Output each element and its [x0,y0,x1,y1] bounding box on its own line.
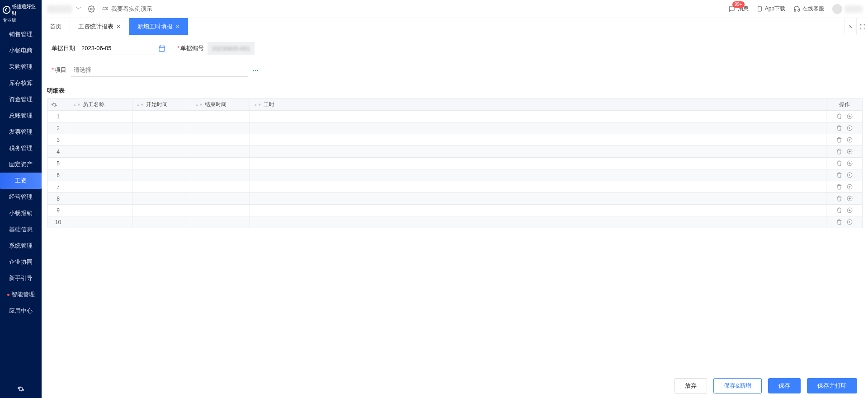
sidebar-item-5[interactable]: 总账管理 [0,108,42,124]
sidebar-item-11[interactable]: 小畅报销 [0,205,42,221]
row-add-icon[interactable] [847,207,853,213]
cell[interactable] [69,111,132,122]
sidebar-item-4[interactable]: 资金管理 [0,91,42,108]
row-delete-icon[interactable] [836,113,842,119]
tab-2[interactable]: 新增工时填报✕ [129,18,189,35]
th-employee[interactable]: ▲▼员工名称 [69,99,132,111]
tab-close-icon[interactable]: ✕ [175,23,180,30]
row-delete-icon[interactable] [836,149,842,155]
sidebar-item-7[interactable]: 税务管理 [0,140,42,156]
sidebar-item-16[interactable]: 智能管理 [0,286,42,303]
row-delete-icon[interactable] [836,137,842,143]
cell[interactable] [69,169,132,181]
cell[interactable] [250,122,826,134]
row-delete-icon[interactable] [836,219,842,225]
row-delete-icon[interactable] [836,196,842,201]
cell[interactable] [132,146,191,158]
cell[interactable] [250,111,826,122]
row-add-icon[interactable] [847,196,853,201]
cell[interactable] [132,111,191,122]
row-add-icon[interactable] [847,184,853,190]
sidebar-item-15[interactable]: 新手引导 [0,270,42,286]
row-add-icon[interactable] [847,219,853,225]
th-hours[interactable]: ▲▼工时 [250,99,826,111]
settings-icon[interactable] [88,5,95,13]
cell[interactable] [132,193,191,205]
cell[interactable] [69,181,132,193]
sidebar-item-1[interactable]: 小畅电商 [0,42,42,59]
cell[interactable] [191,216,250,228]
sidebar-item-6[interactable]: 发票管理 [0,124,42,140]
row-add-icon[interactable] [847,113,853,119]
sidebar-item-17[interactable]: 应用中心 [0,303,42,319]
cell[interactable] [69,158,132,169]
row-add-icon[interactable] [847,160,853,166]
cell[interactable] [191,111,250,122]
row-delete-icon[interactable] [836,160,842,166]
cell[interactable] [69,122,132,134]
org-selector[interactable]: ﹀ [47,5,81,13]
cell[interactable] [250,216,826,228]
row-add-icon[interactable] [847,125,853,131]
cell[interactable] [250,169,826,181]
cell[interactable] [250,146,826,158]
project-input[interactable] [71,63,248,77]
save-button[interactable]: 保存 [768,378,801,393]
row-delete-icon[interactable] [836,207,842,213]
sidebar-item-2[interactable]: 采购管理 [0,59,42,75]
save-and-new-button[interactable]: 保存&新增 [713,378,762,393]
row-add-icon[interactable] [847,137,853,143]
messages-button[interactable]: 99+ 消息 [729,5,749,13]
cell[interactable] [132,158,191,169]
cell[interactable] [132,134,191,146]
row-delete-icon[interactable] [836,125,842,131]
cell[interactable] [191,146,250,158]
calendar-icon[interactable] [158,45,165,52]
cell[interactable] [250,193,826,205]
tabs-fullscreen[interactable] [856,18,868,35]
cell[interactable] [191,205,250,216]
cell[interactable] [191,158,250,169]
cell[interactable] [191,181,250,193]
cell[interactable] [69,205,132,216]
th-settings[interactable] [47,99,69,111]
row-add-icon[interactable] [847,172,853,178]
cell[interactable] [69,193,132,205]
app-download-button[interactable]: App下载 [757,5,785,13]
discard-button[interactable]: 放弃 [675,378,707,393]
sidebar-settings[interactable] [0,380,42,398]
sidebar-item-3[interactable]: 库存核算 [0,75,42,91]
cell[interactable] [250,181,826,193]
sidebar-item-10[interactable]: 经营管理 [0,189,42,205]
tab-close-icon[interactable]: ✕ [116,23,121,30]
demo-link[interactable]: 我要看实例演示 [101,5,152,13]
cell[interactable] [132,181,191,193]
th-start[interactable]: ▲▼开始时间 [132,99,191,111]
cell[interactable] [132,169,191,181]
project-more-icon[interactable]: ⋯ [253,67,259,74]
sidebar-item-12[interactable]: 基础信息 [0,221,42,238]
cell[interactable] [191,134,250,146]
cell[interactable] [69,146,132,158]
sidebar-item-0[interactable]: 销售管理 [0,26,42,42]
cell[interactable] [132,205,191,216]
th-end[interactable]: ▲▼结束时间 [191,99,250,111]
save-and-print-button[interactable]: 保存并打印 [807,378,857,393]
user-area[interactable] [832,4,863,14]
cell[interactable] [250,205,826,216]
cell[interactable] [250,134,826,146]
cell[interactable] [191,122,250,134]
row-add-icon[interactable] [847,149,853,155]
doc-date-input[interactable] [79,42,160,55]
row-delete-icon[interactable] [836,184,842,190]
cell[interactable] [132,216,191,228]
cell[interactable] [250,158,826,169]
online-service-button[interactable]: 在线客服 [793,5,824,13]
sidebar-item-13[interactable]: 系统管理 [0,238,42,254]
cell[interactable] [191,193,250,205]
cell[interactable] [69,216,132,228]
sidebar-item-9[interactable]: 工资 [0,173,42,189]
cell[interactable] [69,134,132,146]
sidebar-item-14[interactable]: 企业协同 [0,254,42,270]
tabs-close-all[interactable] [844,18,856,35]
